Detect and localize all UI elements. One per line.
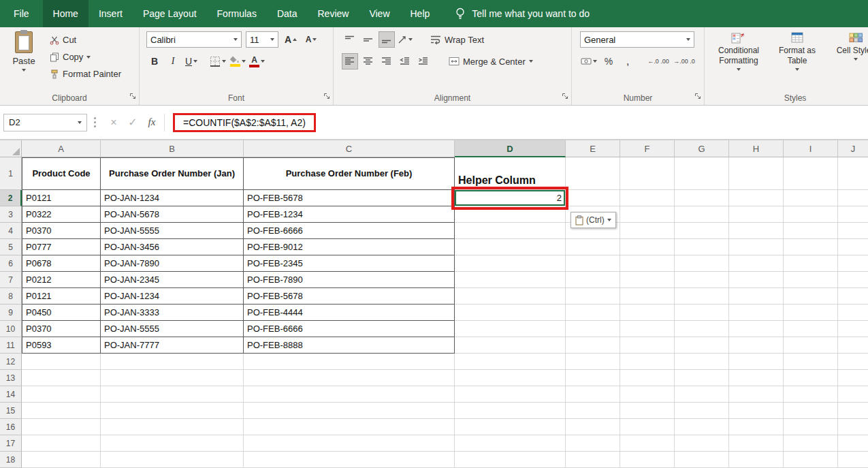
cell-D8[interactable] xyxy=(455,288,566,305)
cell-E9[interactable] xyxy=(566,305,620,321)
row-header-18[interactable]: 18 xyxy=(0,452,22,468)
tab-data[interactable]: Data xyxy=(267,0,308,27)
cell-A14[interactable] xyxy=(22,386,101,403)
cell-G13[interactable] xyxy=(675,370,729,386)
cell-I10[interactable] xyxy=(784,321,838,337)
cell-A9[interactable]: P0450 xyxy=(22,305,101,321)
increase-indent-button[interactable] xyxy=(415,53,432,69)
column-header-F[interactable]: F xyxy=(620,140,675,157)
cell-F7[interactable] xyxy=(620,272,675,288)
cell-I14[interactable] xyxy=(784,386,838,403)
decrease-font-size-button[interactable]: A xyxy=(303,31,319,48)
column-header-H[interactable]: H xyxy=(729,140,784,157)
cell-J14[interactable] xyxy=(838,386,868,403)
row-header-13[interactable]: 13 xyxy=(0,370,22,386)
cell-J17[interactable] xyxy=(838,435,868,452)
cell-I4[interactable] xyxy=(784,223,838,239)
cell-C14[interactable] xyxy=(244,386,455,403)
cell-F12[interactable] xyxy=(620,354,675,370)
cell-J10[interactable] xyxy=(838,321,868,337)
cell-F16[interactable] xyxy=(620,419,675,435)
cell-B11[interactable]: PO-JAN-7777 xyxy=(101,337,244,354)
cell-E1[interactable] xyxy=(566,157,620,190)
cell-A8[interactable]: P0121 xyxy=(22,288,101,305)
cell-C1[interactable]: Purchase Order Number (Feb) xyxy=(244,157,455,190)
cell-A3[interactable]: P0322 xyxy=(22,206,101,223)
cell-A6[interactable]: P0678 xyxy=(22,255,101,272)
cell-I15[interactable] xyxy=(784,403,838,419)
row-header-2[interactable]: 2 xyxy=(0,190,22,206)
insert-function-button[interactable]: fx xyxy=(142,116,161,128)
cell-I2[interactable] xyxy=(784,190,838,206)
cell-D5[interactable] xyxy=(455,239,566,255)
cell-C18[interactable] xyxy=(244,452,455,468)
cell-H13[interactable] xyxy=(729,370,784,386)
align-top-button[interactable] xyxy=(342,31,358,48)
cell-G6[interactable] xyxy=(675,255,729,272)
tab-formulas[interactable]: Formulas xyxy=(207,0,267,27)
cell-B7[interactable]: PO-JAN-2345 xyxy=(101,272,244,288)
cell-H4[interactable] xyxy=(729,223,784,239)
cell-H8[interactable] xyxy=(729,288,784,305)
cell-B4[interactable]: PO-JAN-5555 xyxy=(101,223,244,239)
row-header-14[interactable]: 14 xyxy=(0,386,22,403)
tab-home[interactable]: Home xyxy=(43,0,89,27)
cell-G3[interactable] xyxy=(675,206,729,223)
cell-G4[interactable] xyxy=(675,223,729,239)
cell-C8[interactable]: PO-FEB-5678 xyxy=(244,288,455,305)
cell-E11[interactable] xyxy=(566,337,620,354)
cell-E17[interactable] xyxy=(566,435,620,452)
cell-J7[interactable] xyxy=(838,272,868,288)
row-header-5[interactable]: 5 xyxy=(0,239,22,255)
cell-G5[interactable] xyxy=(675,239,729,255)
row-header-1[interactable]: 1 xyxy=(0,157,22,190)
cell-J12[interactable] xyxy=(838,354,868,370)
cell-C5[interactable]: PO-FEB-9012 xyxy=(244,239,455,255)
cell-H9[interactable] xyxy=(729,305,784,321)
cell-E5[interactable] xyxy=(566,239,620,255)
cell-A11[interactable]: P0593 xyxy=(22,337,101,354)
cell-F8[interactable] xyxy=(620,288,675,305)
cell-A15[interactable] xyxy=(22,403,101,419)
cell-B13[interactable] xyxy=(101,370,244,386)
cell-styles-button[interactable]: Cell Styles xyxy=(829,31,868,93)
formula-input[interactable]: =COUNTIF($A$2:$A$11, A2) xyxy=(167,113,868,132)
cell-C10[interactable]: PO-FEB-6666 xyxy=(244,321,455,337)
column-header-J[interactable]: J xyxy=(838,140,868,157)
cell-D18[interactable] xyxy=(455,452,566,468)
cell-E12[interactable] xyxy=(566,354,620,370)
italic-button[interactable]: I xyxy=(165,53,181,69)
cell-B17[interactable] xyxy=(101,435,244,452)
cell-D7[interactable] xyxy=(455,272,566,288)
row-header-17[interactable]: 17 xyxy=(0,435,22,452)
fill-color-button[interactable] xyxy=(229,53,246,69)
borders-button[interactable] xyxy=(209,53,227,69)
cancel-button[interactable]: × xyxy=(104,116,123,129)
cell-I8[interactable] xyxy=(784,288,838,305)
cell-A13[interactable] xyxy=(22,370,101,386)
cell-A10[interactable]: P0370 xyxy=(22,321,101,337)
cell-J1[interactable] xyxy=(838,157,868,190)
cell-E2[interactable] xyxy=(566,190,620,206)
name-box[interactable]: D2 xyxy=(3,114,87,131)
cell-A1[interactable]: Product Code xyxy=(22,157,101,190)
cell-C9[interactable]: PO-FEB-4444 xyxy=(244,305,455,321)
cell-F2[interactable] xyxy=(620,190,675,206)
font-color-button[interactable]: A xyxy=(248,53,266,69)
cell-G16[interactable] xyxy=(675,419,729,435)
increase-font-size-button[interactable]: A xyxy=(283,31,299,48)
enter-button[interactable]: ✓ xyxy=(123,116,142,129)
column-header-G[interactable]: G xyxy=(675,140,729,157)
column-header-I[interactable]: I xyxy=(784,140,838,157)
accounting-format-button[interactable] xyxy=(580,53,598,69)
cell-B10[interactable]: PO-JAN-5555 xyxy=(101,321,244,337)
underline-button[interactable]: U xyxy=(183,53,199,69)
cell-D13[interactable] xyxy=(455,370,566,386)
cell-F14[interactable] xyxy=(620,386,675,403)
tab-page-layout[interactable]: Page Layout xyxy=(133,0,207,27)
cell-H11[interactable] xyxy=(729,337,784,354)
cell-E16[interactable] xyxy=(566,419,620,435)
cell-G18[interactable] xyxy=(675,452,729,468)
cell-H6[interactable] xyxy=(729,255,784,272)
cell-C2[interactable]: PO-FEB-5678 xyxy=(244,190,455,206)
